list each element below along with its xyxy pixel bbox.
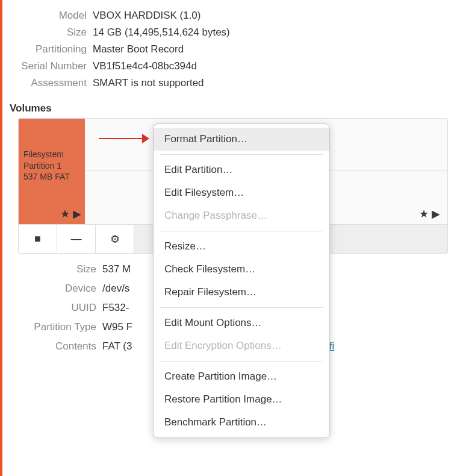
annotation-arrow: [99, 134, 154, 143]
menu-edit-mount-options[interactable]: Edit Mount Options…: [154, 312, 329, 334]
value-serial: VB1f51e4c4-08bc394d: [93, 60, 197, 72]
menu-separator: [160, 231, 323, 231]
menu-edit-partition[interactable]: Edit Partition…: [154, 158, 329, 181]
menu-separator: [160, 154, 323, 155]
menu-restore-partition-image[interactable]: Restore Partition Image…: [154, 388, 329, 411]
menu-separator: [160, 307, 323, 308]
menu-edit-filesystem[interactable]: Edit Filesystem…: [154, 181, 329, 204]
window-accent: [0, 0, 2, 476]
menu-check-filesystem[interactable]: Check Filesystem…: [154, 258, 329, 281]
label-contents: Contents: [0, 340, 102, 352]
play-icon: ▶: [432, 208, 440, 220]
partition-1-size: 537 MB FAT: [23, 171, 80, 182]
star-icon: ★: [419, 208, 429, 220]
partition-1[interactable]: Filesystem Partition 1 537 MB FAT ★ ▶: [19, 119, 85, 224]
label-assessment: Assessment: [0, 77, 93, 89]
value-vol-size: 537 M: [102, 263, 131, 275]
value-assessment: SMART is not supported: [93, 77, 204, 89]
value-device: /dev/s: [102, 283, 129, 295]
gear-icon: ⚙: [110, 233, 120, 246]
partition-1-name: Partition 1: [23, 160, 80, 171]
menu-create-partition-image[interactable]: Create Partition Image…: [154, 365, 329, 388]
menu-separator: [160, 361, 323, 362]
label-size: Size: [0, 27, 93, 39]
label-model: Model: [0, 10, 93, 22]
minus-icon: —: [71, 233, 82, 245]
menu-resize[interactable]: Resize…: [154, 235, 329, 258]
play-icon: ▶: [73, 208, 81, 220]
label-partition-type: Partition Type: [0, 321, 102, 333]
value-uuid: F532-: [102, 302, 129, 314]
partition-1-fs: Filesystem: [23, 149, 80, 160]
label-vol-size: Size: [0, 263, 102, 275]
value-partitioning: Master Boot Record: [93, 43, 184, 55]
menu-repair-filesystem[interactable]: Repair Filesystem…: [154, 281, 329, 304]
disk-info-table: Model VBOX HARDDISK (1.0) Size 14 GB (14…: [0, 7, 466, 92]
more-options-button[interactable]: ⚙: [96, 225, 134, 253]
unmount-button[interactable]: ■: [19, 225, 57, 253]
menu-edit-encryption-options: Edit Encryption Options…: [154, 334, 329, 357]
stop-icon: ■: [34, 233, 41, 245]
label-device: Device: [0, 283, 102, 295]
menu-change-passphrase: Change Passphrase…: [154, 204, 329, 227]
label-partitioning: Partitioning: [0, 43, 93, 55]
label-serial: Serial Number: [0, 60, 93, 72]
value-partition-type: W95 F: [102, 321, 132, 333]
menu-format-partition[interactable]: Format Partition…: [154, 128, 329, 151]
context-menu: Format Partition… Edit Partition… Edit F…: [153, 124, 330, 438]
label-uuid: UUID: [0, 302, 102, 314]
menu-benchmark-partition[interactable]: Benchmark Partition…: [154, 411, 329, 434]
star-icon: ★: [60, 208, 70, 220]
value-size: 14 GB (14,495,514,624 bytes): [93, 27, 230, 39]
delete-button[interactable]: —: [57, 225, 96, 253]
value-model: VBOX HARDDISK (1.0): [93, 10, 201, 22]
volumes-heading: Volumes: [10, 102, 466, 114]
